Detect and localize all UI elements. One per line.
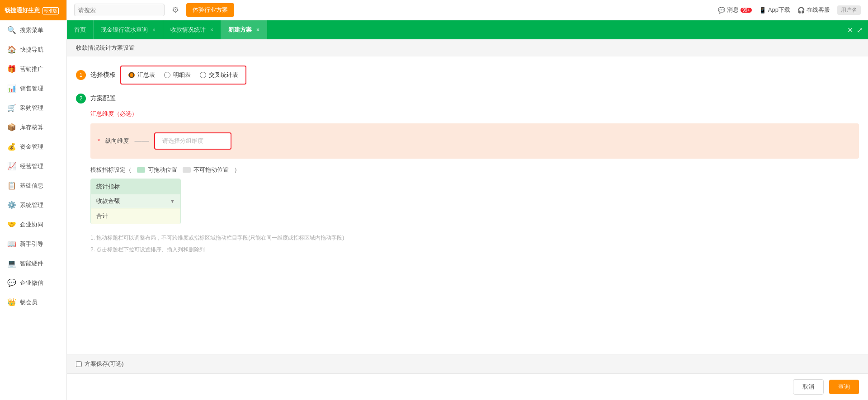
topbar-right: 💬 消息 99+ 📱 App下载 🎧 在线客服 用户名 (718, 5, 861, 15)
system-icon: ⚙️ (7, 201, 16, 209)
tab-close-new-plan[interactable]: × (256, 27, 259, 33)
finance-icon: 💰 (7, 142, 16, 151)
save-checkbox-label[interactable]: 方案保存(可选) (76, 360, 124, 368)
tab-close-collection-stats[interactable]: × (210, 27, 213, 33)
radio-summary[interactable]: 汇总表 (128, 71, 155, 79)
radio-cross-input[interactable] (200, 72, 206, 78)
step2-header: 2 方案配置 (76, 94, 859, 104)
save-checkbox-text: 方案保存(可选) (85, 360, 124, 368)
sidebar-item-sales[interactable]: 📊销售管理 (0, 79, 66, 98)
query-button[interactable]: 查询 (829, 380, 859, 394)
gear-icon[interactable]: ⚙ (172, 5, 179, 15)
metrics-header-label: 统计指标 (96, 183, 120, 190)
sidebar-item-member[interactable]: 👑畅会员 (0, 292, 66, 312)
no-drag-label: 不可拖动位置 (193, 166, 229, 174)
template-radio-group: 汇总表 明细表 交叉统计表 (128, 71, 238, 79)
sidebar-item-system[interactable]: ⚙️系统管理 (0, 195, 66, 215)
radio-detail-input[interactable] (164, 72, 170, 78)
tip-2: 2. 点击标题栏下拉可设置排序、插入列和删除列 (90, 245, 859, 255)
sidebar-item-hardware[interactable]: 💻智能硬件 (0, 254, 66, 273)
page-header-title: 收款情况统计方案设置 (76, 44, 135, 51)
step1-section: 1 选择模板 汇总表 明细表 (76, 66, 859, 85)
sidebar-item-finance[interactable]: 💰资金管理 (0, 137, 66, 156)
sidebar-item-inventory[interactable]: 📦库存核算 (0, 118, 66, 137)
dimension-select-placeholder: 请选择分组维度 (162, 137, 203, 145)
hardware-label: 智能硬件 (20, 259, 43, 268)
purchase-label: 采购管理 (20, 104, 43, 112)
tab-collection-stats[interactable]: 收款情况统计× (163, 20, 221, 39)
draggable-hint: 可拖动位置 (137, 166, 177, 174)
notifications-badge: 99+ (741, 8, 752, 13)
marketing-icon: 🎁 (7, 65, 16, 73)
tip-1: 1. 拖动标题栏可以调整布局，不可跨维度或指标区域拖动栏目字段(只能在同一维度或… (90, 233, 859, 243)
operation-label: 经营管理 (20, 162, 43, 170)
dropdown-icon[interactable]: ▼ (170, 198, 175, 204)
sidebar-item-purchase[interactable]: 🛒采购管理 (0, 98, 66, 118)
step2-num: 2 (76, 94, 86, 104)
sidebar-item-operation[interactable]: 📈经营管理 (0, 156, 66, 176)
cancel-button[interactable]: 取消 (793, 379, 824, 395)
action-bar: 取消 查询 (67, 373, 868, 400)
tab-close-bank-flow[interactable]: × (152, 27, 156, 33)
page-header: 收款情况统计方案设置 (67, 39, 868, 56)
inventory-label: 库存核算 (20, 123, 43, 132)
sidebar-item-marketing[interactable]: 🎁营销推广 (0, 59, 66, 79)
metrics-label-text: 模板指标设定（ (90, 166, 132, 174)
no-drag-indicator-icon (183, 167, 191, 173)
operation-icon: 📈 (7, 162, 16, 170)
dimension-section-label: 汇总维度（必选） (90, 110, 859, 118)
sidebar-item-collab[interactable]: 🤝企业协同 (0, 215, 66, 234)
sidebar-logo: 畅捷通好生意 标准版 (0, 0, 66, 20)
inventory-icon: 📦 (7, 123, 16, 132)
dimension-select[interactable]: 请选择分组维度 (154, 132, 231, 150)
sidebar-item-wechat[interactable]: 💬企业微信 (0, 273, 66, 292)
step1-title: 选择模板 (90, 71, 116, 79)
support-item[interactable]: 🎧 在线客服 (797, 6, 830, 14)
logo-badge: 标准版 (42, 7, 59, 14)
dimension-label-text: 汇总维度（必选） (90, 110, 137, 117)
metrics-total-row: 合计 (91, 208, 180, 224)
draggable-label: 可拖动位置 (148, 166, 177, 174)
download-label: App下载 (768, 6, 790, 14)
user-info: 用户名 (837, 5, 861, 15)
tabbar: 首页现金银行流水查询×收款情况统计×新建方案× ✕ ⤢ (67, 20, 868, 39)
search-input[interactable] (74, 4, 165, 16)
quick-nav-label: 快捷导航 (20, 46, 43, 54)
metrics-col-name: 收款金额 (96, 197, 120, 205)
radio-summary-input[interactable] (128, 72, 135, 78)
main-area: ⚙ 体验行业方案 💬 消息 99+ 📱 App下载 🎧 在线客服 用户名 首页现… (67, 0, 868, 400)
hardware-icon: 💻 (7, 259, 16, 268)
marketing-label: 营销推广 (20, 65, 43, 73)
finance-label: 资金管理 (20, 143, 43, 151)
system-label: 系统管理 (20, 201, 43, 209)
tab-label-new-plan: 新建方案 (228, 26, 252, 34)
metrics-col-row[interactable]: 收款金额 ▼ (91, 194, 180, 208)
close-window-icon[interactable]: ✕ (847, 26, 853, 34)
content-area: 收款情况统计方案设置 1 选择模板 汇总表 (67, 39, 868, 400)
tab-new-plan[interactable]: 新建方案× (221, 20, 267, 39)
sidebar-item-guide[interactable]: 📖新手引导 (0, 234, 66, 254)
tab-bank-flow[interactable]: 现金银行流水查询× (94, 20, 163, 39)
footer-bar: 方案保存(可选) (67, 354, 868, 373)
tab-home[interactable]: 首页 (67, 20, 94, 39)
notifications-item[interactable]: 💬 消息 99+ (718, 6, 752, 14)
sidebar-item-search-menu[interactable]: 🔍搜索菜单 (0, 20, 66, 40)
radio-detail-label: 明细表 (173, 71, 191, 79)
purchase-icon: 🛒 (7, 104, 16, 112)
search-menu-icon: 🔍 (7, 26, 16, 34)
save-checkbox-input[interactable] (76, 361, 82, 367)
radio-detail[interactable]: 明细表 (164, 71, 191, 79)
dimension-area: * 纵向维度 —— 请选择分组维度 (90, 123, 859, 159)
sidebar-item-basic[interactable]: 📋基础信息 (0, 176, 66, 195)
tips-section: 1. 拖动标题栏可以调整布局，不可跨维度或指标区域拖动栏目字段(只能在同一维度或… (90, 233, 859, 254)
support-icon: 🎧 (797, 7, 805, 14)
page-body: 1 选择模板 汇总表 明细表 (67, 56, 868, 354)
industry-btn[interactable]: 体验行业方案 (186, 3, 234, 17)
metrics-table-header: 统计指标 (91, 179, 180, 194)
sidebar-item-quick-nav[interactable]: 🏠快捷导航 (0, 40, 66, 59)
expand-window-icon[interactable]: ⤢ (857, 26, 863, 34)
download-item[interactable]: 📱 App下载 (759, 6, 790, 14)
radio-cross[interactable]: 交叉统计表 (200, 71, 238, 79)
basic-label: 基础信息 (20, 182, 43, 190)
no-drag-hint: 不可拖动位置 (183, 166, 229, 174)
